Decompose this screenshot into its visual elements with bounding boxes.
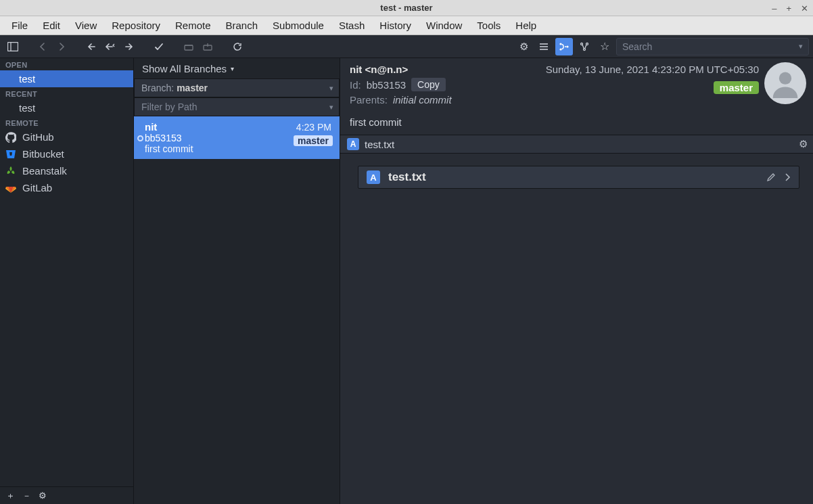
parents-label: Parents: (350, 94, 388, 106)
menu-file[interactable]: File (4, 17, 35, 34)
nav-forward-button[interactable] (53, 38, 70, 55)
nav-back-button[interactable] (34, 38, 51, 55)
show-branches-dropdown[interactable]: Show All Branches ▾ (134, 58, 340, 78)
search-box[interactable]: ▾ (616, 38, 809, 55)
toolbar: ⚙ ☆ ▾ (0, 35, 813, 58)
changed-file-row[interactable]: A test.txt ⚙ (340, 135, 813, 154)
settings-button[interactable]: ⚙ (515, 38, 532, 55)
sidebar-item-label: Bitbucket (22, 148, 64, 160)
close-button[interactable]: ✕ (799, 3, 810, 14)
app-frame: ⚙ ☆ ▾ OPEN test RECENT test REMOTE (0, 35, 813, 504)
sidebar-section-remote: REMOTE (0, 116, 133, 129)
sidebar-item-label: Beanstalk (22, 165, 67, 177)
commit-header: nit <n@n.n> Sunday, 13 June, 2021 4:23:2… (340, 58, 813, 112)
gear-icon: ⚙ (519, 41, 528, 53)
window-title: test - master (0, 3, 813, 13)
svg-point-9 (559, 48, 561, 50)
tree-view-button[interactable] (555, 38, 573, 55)
commit-author: nit (145, 121, 157, 133)
svg-point-13 (584, 48, 586, 50)
expand-file-button[interactable] (784, 173, 791, 181)
commit-time: 4:23 PM (296, 122, 331, 133)
file-added-icon: A (347, 138, 359, 150)
chevron-down-icon[interactable]: ▾ (799, 42, 803, 51)
sidebar-remote-bitbucket[interactable]: Bitbucket (0, 145, 133, 162)
stash-group (180, 38, 216, 55)
fetch-button[interactable] (83, 38, 100, 55)
sidebar-remote-gitlab[interactable]: GitLab (0, 179, 133, 196)
svg-rect-2 (185, 45, 193, 50)
star-button[interactable]: ☆ (596, 38, 613, 55)
sidebar-footer: ＋ － ⚙ (0, 486, 133, 504)
commit-date: Sunday, 13 June, 2021 4:23:20 PM UTC+05:… (546, 64, 759, 75)
toggle-sidebar-button[interactable] (4, 38, 22, 55)
gitlab-icon (5, 183, 16, 193)
menu-repository[interactable]: Repository (104, 17, 168, 34)
sidebar-recent-repo[interactable]: test (0, 99, 133, 116)
branch-name: master (177, 83, 208, 93)
beanstalk-icon (5, 166, 16, 177)
svg-rect-0 (8, 42, 18, 51)
minus-icon: － (22, 490, 31, 502)
avatar (764, 62, 806, 104)
sidebar: OPEN test RECENT test REMOTE GitHub Bitb… (0, 58, 134, 504)
stash-save-button[interactable] (180, 38, 198, 55)
menu-branch[interactable]: Branch (218, 17, 266, 34)
edit-file-button[interactable] (766, 173, 776, 182)
sidebar-remote-beanstalk[interactable]: Beanstalk (0, 162, 133, 179)
svg-point-8 (559, 43, 561, 45)
chevron-down-icon: ▾ (329, 84, 333, 93)
commit-parents: initial commit (393, 94, 452, 106)
menubar: File Edit View Repository Remote Branch … (0, 16, 813, 35)
add-repo-button[interactable]: ＋ (3, 488, 18, 503)
chevron-down-icon: ▾ (231, 65, 234, 72)
menu-history[interactable]: History (372, 17, 419, 34)
branch-chip: master (714, 81, 759, 94)
menu-view[interactable]: View (68, 17, 104, 34)
menu-window[interactable]: Window (419, 17, 469, 34)
branch-dropdown[interactable]: Branch: master ▾ (134, 78, 340, 97)
search-input[interactable] (622, 41, 799, 52)
svg-point-10 (566, 45, 568, 47)
svg-point-14 (779, 72, 791, 85)
window-controls: – + ✕ (770, 0, 810, 16)
menu-submodule[interactable]: Submodule (265, 17, 331, 34)
commit-button[interactable] (150, 38, 168, 55)
plus-icon: ＋ (6, 490, 15, 502)
commit-row[interactable]: nit 4:23 PM bb53153 first commit master (134, 116, 340, 159)
menu-stash[interactable]: Stash (331, 17, 372, 34)
sidebar-remote-github[interactable]: GitHub (0, 129, 133, 145)
commit-details-pane: nit <n@n.n> Sunday, 13 June, 2021 4:23:2… (340, 58, 813, 504)
filter-path-input[interactable]: Filter by Path ▾ (134, 97, 340, 116)
refresh-button[interactable] (229, 38, 246, 55)
github-icon (5, 132, 16, 143)
copy-button[interactable]: Copy (411, 78, 446, 91)
menu-tools[interactable]: Tools (469, 17, 508, 34)
bitbucket-icon (5, 149, 16, 160)
file-added-icon: A (367, 170, 380, 184)
sidebar-open-repo[interactable]: test (0, 70, 133, 87)
graph-view-button[interactable] (576, 38, 593, 55)
star-icon: ☆ (600, 40, 609, 53)
menu-help[interactable]: Help (508, 17, 544, 34)
id-label: Id: (350, 79, 361, 91)
changed-file-name: test.txt (365, 139, 394, 150)
file-settings-button[interactable]: ⚙ (799, 138, 808, 150)
commit-graph-node-icon (137, 135, 143, 141)
remove-repo-button[interactable]: － (19, 488, 34, 503)
repo-settings-button[interactable]: ⚙ (35, 488, 50, 503)
pull-button[interactable] (101, 38, 119, 55)
chevron-down-icon: ▾ (329, 103, 333, 112)
menu-edit[interactable]: Edit (35, 17, 68, 34)
maximize-button[interactable]: + (784, 3, 793, 14)
menu-remote[interactable]: Remote (168, 17, 218, 34)
sidebar-item-label: GitHub (22, 131, 54, 143)
sidebar-item-label: test (19, 73, 35, 85)
push-button[interactable] (120, 38, 138, 55)
list-view-button[interactable] (535, 38, 553, 55)
minimize-button[interactable]: – (770, 3, 779, 14)
sidebar-section-open: OPEN (0, 58, 133, 70)
stash-pop-button[interactable] (199, 38, 216, 55)
diff-file-header[interactable]: A test.txt (358, 166, 799, 189)
titlebar: test - master – + ✕ (0, 0, 813, 16)
